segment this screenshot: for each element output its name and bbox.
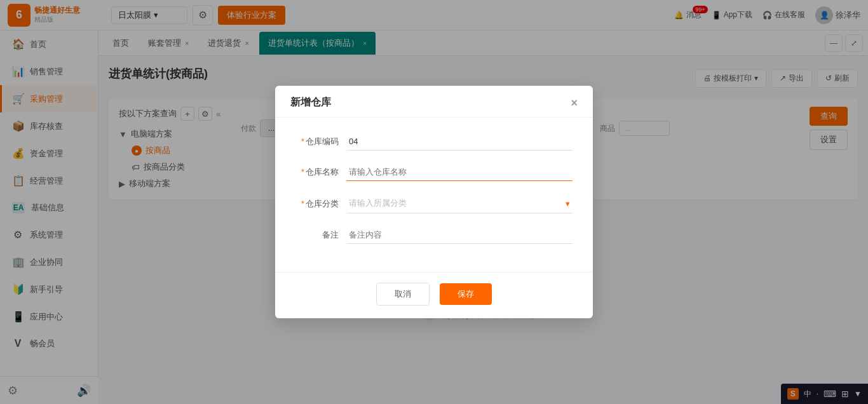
warehouse-code-input[interactable] (346, 133, 573, 151)
modal-header: 新增仓库 × (275, 86, 593, 118)
warehouse-name-input[interactable] (346, 163, 573, 181)
modal-footer: 取消 保存 (275, 272, 593, 318)
form-item-code: 仓库编码 (295, 133, 573, 151)
warehouse-name-label: 仓库名称 (295, 166, 346, 178)
form-item-notes: 备注 (295, 226, 573, 244)
cancel-button[interactable]: 取消 (376, 283, 430, 306)
warehouse-code-label: 仓库编码 (295, 136, 346, 147)
save-button[interactable]: 保存 (440, 283, 492, 305)
category-placeholder: 请输入所属分类 (349, 198, 407, 209)
modal-body: 仓库编码 仓库名称 仓库分类 请输入所属分类 ▾ 备注 (275, 118, 593, 272)
notes-label: 备注 (295, 229, 346, 241)
category-chevron-icon: ▾ (566, 199, 570, 208)
modal-overlay[interactable]: 新增仓库 × 仓库编码 仓库名称 仓库分类 请输入所属分类 ▾ (0, 0, 868, 404)
warehouse-category-select[interactable]: 请输入所属分类 ▾ (346, 194, 573, 213)
form-item-name: 仓库名称 (295, 163, 573, 181)
form-item-category: 仓库分类 请输入所属分类 ▾ (295, 194, 573, 213)
warehouse-category-label: 仓库分类 (295, 198, 346, 210)
modal-dialog: 新增仓库 × 仓库编码 仓库名称 仓库分类 请输入所属分类 ▾ (275, 86, 593, 318)
notes-input[interactable] (346, 226, 573, 244)
modal-title: 新增仓库 (290, 96, 331, 109)
modal-close-button[interactable]: × (571, 97, 578, 109)
